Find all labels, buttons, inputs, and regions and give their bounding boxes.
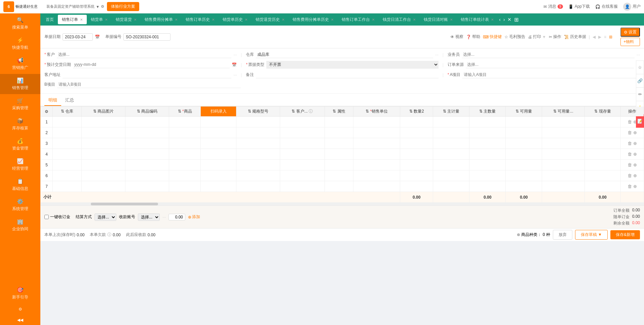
row1-customer-code[interactable] <box>280 117 325 127</box>
col-spec[interactable]: ⇅ 规格型号 <box>236 107 280 117</box>
tab-sales-cost-history[interactable]: 销售费用分摊单历史 ✕ <box>289 15 338 24</box>
date-input[interactable] <box>63 33 93 41</box>
tab-detail[interactable]: 明细 <box>44 95 61 106</box>
row1-qty2[interactable] <box>400 117 433 127</box>
customer-input[interactable] <box>57 51 232 58</box>
row2-copy-icon[interactable]: ⊕ <box>633 130 637 135</box>
col-attribute[interactable]: ⇅ 属性 <box>325 107 353 117</box>
sidebar-item-operation[interactable]: 📈 经营管理 <box>0 155 40 175</box>
row2-customer-code[interactable] <box>280 127 325 138</box>
row2-sales-unit[interactable] <box>353 127 400 138</box>
row2-stock[interactable] <box>584 127 621 138</box>
customer-more-icon[interactable]: ··· <box>233 52 237 57</box>
row1-available[interactable] <box>506 117 542 127</box>
one-click-payment-checkbox[interactable]: 一键收订金 <box>44 214 70 220</box>
discard-btn[interactable]: 放弃 <box>553 230 572 240</box>
col-main-unit[interactable]: ⇅ 主计量 <box>433 107 469 117</box>
row1-stock[interactable] <box>584 117 621 127</box>
row1-sales-unit[interactable] <box>353 117 400 127</box>
sidebar-settings-btn[interactable]: ⚙ <box>0 303 40 315</box>
tab-close-sales-cost[interactable]: ✕ <box>175 18 178 22</box>
tab-close-sales-return[interactable]: ✕ <box>105 18 108 22</box>
table-scroll[interactable]: ⚙ ⇅ 仓库 ⇅ 商品图片 ⇅ 商品编码 <box>40 106 644 203</box>
row2-spec[interactable] <box>236 127 280 138</box>
row1-available2[interactable] <box>542 117 584 127</box>
history-btn[interactable]: 📜 历史单据 <box>564 34 586 40</box>
tab-close-sales-order[interactable]: ✕ <box>80 18 83 22</box>
note-input[interactable] <box>256 71 438 78</box>
tab-sales-order-history[interactable]: 销售订单历史 ✕ <box>182 15 219 24</box>
sidebar-item-search[interactable]: 🔍 搜索菜单 <box>0 13 40 34</box>
tab-cash-reconcile[interactable]: 钱货日清对账 ✕ <box>420 15 457 24</box>
online-service-btn[interactable]: 🎧 在线客服 <box>595 4 618 9</box>
sidebar-item-purchase[interactable]: 🛒 采购管理 <box>0 94 40 114</box>
tab-sales-return-history[interactable]: 销货单历史 ✕ <box>219 15 252 24</box>
tab-home[interactable]: 首页 <box>42 15 58 24</box>
row2-product[interactable] <box>169 127 201 138</box>
tab-close-sales-return-history[interactable]: ✕ <box>245 18 248 22</box>
account-select[interactable]: 选择... <box>138 213 160 221</box>
row6-delete-icon[interactable]: 🗑 <box>628 173 632 178</box>
sidebar-item-inventory[interactable]: 📦 库存核算 <box>0 114 40 134</box>
sidebar-item-sales[interactable]: 📊 销售管理 <box>0 74 40 94</box>
row2-product-code[interactable] <box>125 127 169 138</box>
tab-close-sales-stat[interactable]: ✕ <box>491 18 494 22</box>
trial-btn[interactable]: 体验行业方案 <box>107 2 139 11</box>
row2-available2[interactable] <box>542 127 584 138</box>
addr-more-icon[interactable]: ··· <box>233 73 237 77</box>
row1-delete-icon[interactable]: 🗑 <box>628 119 632 124</box>
row2-attribute[interactable] <box>325 127 353 138</box>
tab-sales-return[interactable]: 销货单 ✕ <box>87 15 112 24</box>
account-more-icon[interactable]: ··· <box>162 215 166 219</box>
tab-menu-btn[interactable]: ✕ <box>506 17 513 22</box>
save-draft-btn[interactable]: 保存草稿 ▼ <box>575 230 608 240</box>
tab-sales-workbench[interactable]: 销售订单工作台 ✕ <box>338 15 379 24</box>
sidebar-item-quick[interactable]: ⚡ 快捷导航 <box>0 34 40 54</box>
row2-product-img[interactable] <box>81 127 125 138</box>
tab-sales-refund[interactable]: 销货退货 ✕ <box>112 15 141 24</box>
tab-summary[interactable]: 汇总 <box>61 95 78 106</box>
sidebar-item-guide[interactable]: 🎯 新手引导 <box>0 283 40 303</box>
col-product-img[interactable]: ⇅ 商品图片 <box>81 107 125 117</box>
col-stock[interactable]: ⇅ 现存量 <box>584 107 621 117</box>
user-btn[interactable]: 👤 用户 <box>623 3 641 11</box>
row1-product[interactable] <box>169 117 201 127</box>
row2-available[interactable] <box>506 127 542 138</box>
sidebar-item-system[interactable]: ⚙️ 系统管理 <box>0 195 40 215</box>
row1-product-code[interactable] <box>125 117 169 127</box>
row1-main-unit[interactable] <box>433 117 469 127</box>
b-project-input[interactable] <box>57 81 241 88</box>
payment-method-select[interactable]: 选择... <box>94 213 116 221</box>
row5-delete-icon[interactable]: 🗑 <box>628 162 632 167</box>
tab-close-sales-cost-history[interactable]: ✕ <box>331 18 334 22</box>
col-sales-unit[interactable]: ⇅ *销售单位 <box>353 107 400 117</box>
tab-expand-btn[interactable]: ⊞ <box>513 16 520 23</box>
row3-warehouse[interactable] <box>53 138 82 149</box>
sidebar-item-enterprise[interactable]: 🏢 企业协同 <box>0 215 40 235</box>
warehouse-input[interactable] <box>256 51 433 58</box>
row3-copy-icon[interactable]: ⊕ <box>633 141 637 146</box>
col-qty2[interactable]: ⇅ 数量2 <box>400 107 433 117</box>
edge-btn-1[interactable]: ☆ <box>636 60 644 74</box>
tab-sales-cost[interactable]: 销售费用分摊单 ✕ <box>141 15 182 24</box>
add-payment-btn[interactable]: ⊕ 添加 <box>188 214 200 220</box>
tab-close-sales-workbench[interactable]: ✕ <box>372 18 375 22</box>
shortcut-btn[interactable]: ⌨ 快捷键 <box>483 34 502 40</box>
order-source-input[interactable] <box>466 61 634 68</box>
sidebar-item-basic[interactable]: 📋 基础信息 <box>0 175 40 195</box>
settings-icon[interactable]: ⚙ <box>101 4 104 9</box>
set-btn[interactable]: ⚙ 设置 <box>620 28 640 37</box>
row1-spec[interactable] <box>236 117 280 127</box>
col-available[interactable]: ⇅ 可用量 <box>506 107 542 117</box>
row2-main-unit[interactable] <box>433 127 469 138</box>
tab-sales-order[interactable]: 销售订单 ✕ <box>58 15 87 24</box>
tab-close-sales-order-history[interactable]: ✕ <box>212 18 215 22</box>
row4-delete-icon[interactable]: 🗑 <box>628 152 632 157</box>
docno-input[interactable] <box>123 33 171 41</box>
row6-copy-icon[interactable]: ⊕ <box>633 173 637 178</box>
col-available2[interactable]: ⇅ 可用量... <box>542 107 584 117</box>
invoice-type-select[interactable]: 不开票 <box>266 61 439 69</box>
add-material-btn[interactable]: +物料 <box>620 38 640 46</box>
tab-close-sales-refund-history[interactable]: ✕ <box>282 18 285 22</box>
calendar-icon[interactable]: 📅 <box>95 35 100 39</box>
